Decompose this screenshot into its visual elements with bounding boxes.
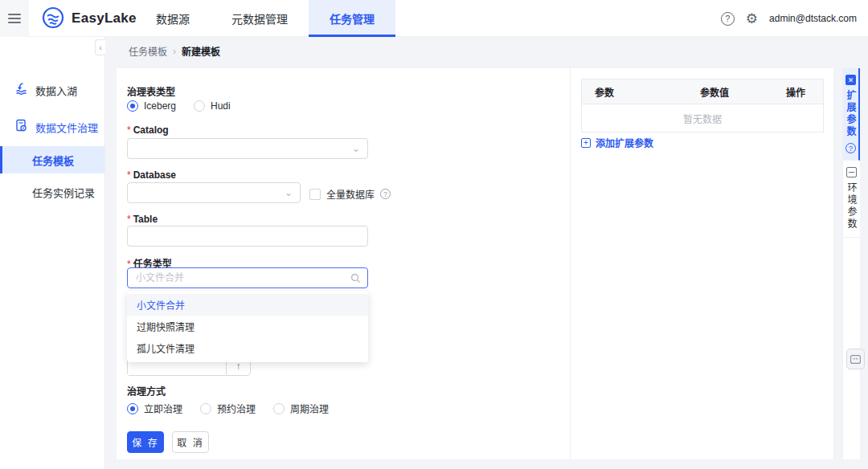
radio-unselected-icon xyxy=(200,403,211,414)
user-email[interactable]: admin@dtstack.com xyxy=(769,13,857,24)
radio-unselected-icon xyxy=(273,403,285,414)
file-governance-icon xyxy=(14,119,28,135)
radio-scheduled-governance[interactable]: 预约治理 xyxy=(200,402,256,415)
full-database-label: 全量数据库 xyxy=(326,187,375,201)
radio-selected-icon xyxy=(127,100,138,112)
dropdown-option-expired-snapshot-clean[interactable]: 过期快照清理 xyxy=(127,316,368,337)
brand-name: EasyLake xyxy=(72,10,137,27)
plus-square-icon: + xyxy=(581,138,591,148)
page: EasyLake 数据源 元数据管理 任务管理 ? ⚙ admin@dtstac… xyxy=(0,0,868,469)
task-type-dropdown: 小文件合并 过期快照清理 孤儿文件清理 xyxy=(127,291,368,362)
breadcrumb-parent[interactable]: 任务模板 xyxy=(129,44,167,58)
environment-params-icon xyxy=(846,167,857,177)
govern-mode-label: 治理方式 xyxy=(127,384,166,398)
radio-periodic-governance[interactable]: 周期治理 xyxy=(273,402,329,415)
column-param: 参数 xyxy=(582,85,670,99)
full-database-option: 全量数据库 ? xyxy=(309,187,391,201)
sidebar-item-label: 任务实例记录 xyxy=(32,185,95,200)
table-text-input[interactable] xyxy=(128,226,367,246)
breadcrumb-separator-icon: › xyxy=(173,46,176,57)
nav-tab-task-management[interactable]: 任务管理 xyxy=(309,0,395,37)
catalog-select[interactable]: ⌄ xyxy=(127,138,368,159)
params-table: 参数 参数值 操作 暂无数据 xyxy=(581,79,824,133)
gear-icon[interactable]: ⚙ xyxy=(746,12,758,26)
question-circle-icon[interactable]: ? xyxy=(845,143,856,153)
column-actions: 操作 xyxy=(759,85,823,99)
nav-tab-metadata[interactable]: 元数据管理 xyxy=(211,0,309,37)
radio-immediate-governance[interactable]: 立即治理 xyxy=(127,402,182,415)
add-extended-param-link[interactable]: + 添加扩展参数 xyxy=(581,136,653,149)
catalog-select-input[interactable] xyxy=(128,139,367,158)
table-label: *Table xyxy=(127,214,158,225)
breadcrumb: 任务模板 › 新建模板 xyxy=(129,44,220,58)
header-right: ? ⚙ admin@dtstack.com xyxy=(721,0,857,37)
sidebar-item-label: 数据文件治理 xyxy=(35,120,98,135)
question-circle-icon[interactable]: ? xyxy=(380,189,391,199)
extended-params-icon: ✕ xyxy=(845,75,856,85)
full-database-checkbox[interactable] xyxy=(309,189,321,200)
dropdown-option-small-file-merge[interactable]: 小文件合并 xyxy=(127,294,368,316)
tab-environment-params[interactable]: 环境参数 xyxy=(843,161,860,238)
database-select-input[interactable] xyxy=(128,183,300,202)
top-nav: 数据源 元数据管理 任务管理 xyxy=(135,0,395,37)
radio-iceberg[interactable]: Iceberg xyxy=(127,100,176,112)
database-select[interactable]: ⌄ xyxy=(127,182,301,203)
sidebar-item-data-into-lake[interactable]: 数据入湖 xyxy=(0,75,104,104)
assistant-widget-icon[interactable] xyxy=(846,349,865,369)
govern-mode-radio-group: 立即治理 预约治理 周期治理 xyxy=(127,402,329,415)
sidebar-collapse-icon[interactable]: ‹ xyxy=(95,39,105,55)
database-label: *Database xyxy=(127,169,176,181)
catalog-label: *Catalog xyxy=(127,124,169,136)
help-icon[interactable]: ? xyxy=(721,12,735,26)
breadcrumb-current: 新建模板 xyxy=(182,44,220,58)
easylake-logo-icon xyxy=(42,6,64,31)
extended-params-panel: 参数 参数值 操作 暂无数据 + 添加扩展参数 xyxy=(570,68,833,459)
search-icon xyxy=(350,273,361,286)
task-type-select[interactable] xyxy=(127,267,368,288)
sidebar: ‹ 数据入湖 数据文件治理 xyxy=(0,37,105,469)
dropdown-option-orphan-file-clean[interactable]: 孤儿文件清理 xyxy=(127,337,368,359)
form-actions: 保 存 取 消 xyxy=(127,431,209,453)
hamburger-strip xyxy=(0,0,29,37)
table-type-radio-group: Iceberg Hudi xyxy=(127,100,231,112)
table-type-label: 治理表类型 xyxy=(127,84,175,98)
sidebar-item-task-instance-records[interactable]: 任务实例记录 xyxy=(0,178,104,206)
task-type-search-input[interactable] xyxy=(128,268,367,288)
hamburger-menu-icon[interactable] xyxy=(8,11,21,26)
top-header: EasyLake 数据源 元数据管理 任务管理 ? ⚙ admin@dtstac… xyxy=(0,0,868,37)
new-template-form: 治理表类型 Iceberg Hudi *Catalog ⌄ *Database … xyxy=(117,68,570,459)
sidebar-item-label: 数据入湖 xyxy=(35,83,77,98)
chevron-up-icon: ⌃ xyxy=(90,123,96,132)
sidebar-item-data-file-governance[interactable]: 数据文件治理 ⌃ xyxy=(0,112,104,141)
tab-extended-params[interactable]: ✕ 扩展参数 ? xyxy=(843,68,860,161)
add-link-label: 添加扩展参数 xyxy=(596,136,653,149)
brand-logo[interactable]: EasyLake xyxy=(42,0,137,37)
sidebar-item-task-template[interactable]: 任务模板 xyxy=(0,146,104,173)
radio-unselected-icon xyxy=(194,100,205,112)
column-param-value: 参数值 xyxy=(670,85,759,99)
nav-tab-datasource[interactable]: 数据源 xyxy=(135,0,211,37)
save-button[interactable]: 保 存 xyxy=(127,431,164,453)
radio-hudi[interactable]: Hudi xyxy=(194,100,231,112)
table-input[interactable] xyxy=(127,226,368,247)
cancel-button[interactable]: 取 消 xyxy=(172,431,209,453)
right-tab-strip: ✕ 扩展参数 ? 环境参数 xyxy=(842,68,860,459)
lake-inflow-icon xyxy=(14,82,28,98)
sidebar-item-label: 任务模板 xyxy=(32,153,74,168)
empty-state-text: 暂无数据 xyxy=(582,104,823,132)
params-table-header: 参数 参数值 操作 xyxy=(582,80,823,104)
radio-selected-icon xyxy=(127,403,138,414)
